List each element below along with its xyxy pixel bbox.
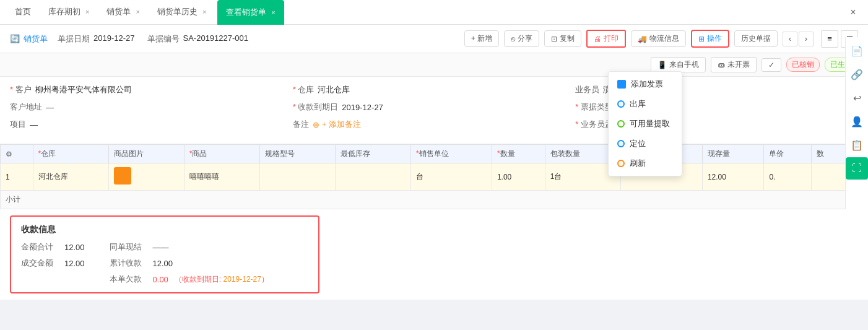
row-stock: 12.00 <box>702 163 764 191</box>
sidebar-return-icon[interactable]: ↩ <box>846 87 868 109</box>
form-row-2: 客户地址 — 收款到期日 2019-12-27 票据类型 不开票 <box>10 102 858 113</box>
tab-close-history[interactable]: × <box>202 8 206 15</box>
locate-icon <box>617 140 625 147</box>
payment-date-value: 2019-12-27 <box>342 103 383 112</box>
sidebar-link-icon[interactable]: 🔗 <box>846 63 868 85</box>
address-value: — <box>46 103 54 112</box>
tab-close-check[interactable]: × <box>271 9 275 16</box>
row-warehouse: 河北仓库 <box>33 163 108 191</box>
status-row: 📱 来自手机 🎟 未开票 ✓ 已核销 已生效 <box>0 53 868 77</box>
menu-add-invoice[interactable]: 添加发票 <box>609 74 682 94</box>
col-settings[interactable]: ⚙ <box>1 145 33 163</box>
outbound-icon <box>617 100 625 108</box>
same-order-value: —— <box>153 243 169 252</box>
list-view-button[interactable]: ≡ <box>821 30 838 48</box>
menu-locate[interactable]: 定位 <box>609 134 682 154</box>
share-button[interactable]: ⎋ 分享 <box>504 30 539 47</box>
sidebar-expand-icon[interactable]: ⛶ <box>846 157 868 180</box>
phone-icon: 📱 <box>658 61 667 69</box>
menu-outbound[interactable]: 出库 <box>609 94 682 114</box>
sidebar-list-icon[interactable]: 📋 <box>846 134 868 156</box>
payment-date-label: 收款到期日 <box>293 102 339 113</box>
sidebar-user-icon[interactable]: 👤 <box>846 110 868 132</box>
tab-close-inventory[interactable]: × <box>85 8 89 15</box>
salesman-label: 业务员孟 <box>575 119 613 130</box>
row-product: 嘻嘻嘻嘻 <box>184 163 259 191</box>
deal-amount-label: 成交金额 <box>21 258 58 269</box>
add-invoice-icon <box>617 80 626 89</box>
tab-bar: 首页 库存期初 × 销货单 × 销货单历史 × 查看销货单 × × <box>0 0 868 25</box>
refresh-icon <box>617 160 625 167</box>
print-button[interactable]: 🖨 打印 <box>588 31 625 46</box>
tab-home[interactable]: 首页 <box>6 0 40 25</box>
deal-amount-row: 成交金额 12.00 <box>21 258 85 269</box>
doc-actions: + 新增 ⎋ 分享 ⊡ 复制 🖨 打印 🚚 物流信息 ⊞ <box>464 30 858 48</box>
row-sales-unit: 台 <box>411 163 492 191</box>
form-section: 客户 柳州粤港平安气体有限公司 仓库 河北仓库 业务员 演示账号 客户地址 — … <box>0 77 868 144</box>
copy-button[interactable]: ⊡ 复制 <box>544 30 581 47</box>
row-more <box>812 163 846 191</box>
tab-sales-history[interactable]: 销货单历史 × <box>149 0 215 25</box>
payment-rows: 金额合计 12.00 成交金额 12.00 同单现结 —— 累计收款 <box>21 241 308 285</box>
tab-close-sales[interactable]: × <box>136 8 139 15</box>
warehouse-value: 河北仓库 <box>318 84 350 95</box>
sidebar-doc-icon[interactable]: 📄 <box>846 40 868 62</box>
window-close-button[interactable]: × <box>844 4 862 21</box>
menu-refresh[interactable]: 刷新 <box>609 154 682 173</box>
row-index: 1 <box>1 163 33 191</box>
project-label: 项目 <box>10 119 26 130</box>
payment-info-box: 收款信息 金额合计 12.00 成交金额 12.00 同单现结 —— <box>10 215 319 293</box>
copy-icon: ⊡ <box>551 35 557 43</box>
address-label: 客户地址 <box>10 102 42 113</box>
table-row: 1 河北仓库 嘻嘻嘻嘻 台 1.00 1台 12.00 0. <box>1 163 846 191</box>
operations-button[interactable]: ⊞ 操作 <box>691 30 729 48</box>
row-spec <box>259 163 335 191</box>
tab-sales-order[interactable]: 销货单 × <box>98 0 148 25</box>
doc-icon: 🔄 <box>10 34 20 43</box>
payment-info-title: 收款信息 <box>21 224 308 235</box>
plus-icon: ⊕ <box>313 120 319 129</box>
ticket-type-label: 票据类型 <box>575 102 613 113</box>
table-container: ⚙ *仓库 商品图片 *商品 规格型号 最低库存 *销售单位 *数量 包装数量 … <box>0 144 846 209</box>
order-owed-row: 本单欠款 0.00 （收款到期日: 2019-12-27） <box>110 274 269 285</box>
truck-icon: 🚚 <box>638 35 647 43</box>
right-sidebar: 📄 🔗 ↩ 👤 📋 ⛶ <box>845 37 868 182</box>
logistics-button[interactable]: 🚚 物流信息 <box>631 30 686 47</box>
data-table: ⚙ *仓库 商品图片 *商品 规格型号 最低库存 *销售单位 *数量 包装数量 … <box>0 144 846 209</box>
row-quantity: 1.00 <box>492 163 545 191</box>
customer-label: 客户 <box>10 84 32 95</box>
history-button[interactable]: 历史单据 <box>734 30 778 47</box>
col-product-img: 商品图片 <box>108 145 184 163</box>
from-phone-button[interactable]: 📱 来自手机 <box>651 57 706 72</box>
available-pickup-icon <box>617 120 625 128</box>
subtotal-label: 小计 <box>1 191 846 209</box>
sold-badge: 已核销 <box>786 58 820 72</box>
customer-field: 客户 柳州粤港平安气体有限公司 <box>10 84 293 95</box>
row-unit-price: 0. <box>764 163 812 191</box>
menu-available-pickup[interactable]: 可用量提取 <box>609 114 682 134</box>
total-received-value: 12.00 <box>153 259 173 268</box>
confirm-button[interactable]: ✓ <box>762 58 781 72</box>
deal-amount-value: 12.00 <box>64 259 85 268</box>
nav-arrows: ‹ › <box>783 32 814 46</box>
date-label: 单据日期 <box>58 33 90 45</box>
doc-meta: 单据日期 2019-12-27 单据编号 SA-20191227-001 <box>58 33 248 45</box>
print-icon: 🖨 <box>594 35 601 43</box>
tab-inventory-init[interactable]: 库存期初 × <box>40 0 98 25</box>
doc-title: 🔄 销货单 <box>10 33 48 45</box>
number-value: SA-20191227-001 <box>183 33 249 45</box>
project-field: 项目 — <box>10 119 293 130</box>
col-more: 数 <box>812 145 846 163</box>
date-value: 2019-12-27 <box>93 33 135 45</box>
payment-col-left: 金额合计 12.00 成交金额 12.00 <box>21 241 85 285</box>
warehouse-label: 仓库 <box>293 84 315 95</box>
not-opened-button[interactable]: 🎟 未开票 <box>711 57 757 72</box>
col-spec: 规格型号 <box>259 145 335 163</box>
tab-check-sales[interactable]: 查看销货单 × <box>217 0 284 25</box>
same-order-row: 同单现结 —— <box>110 241 269 253</box>
col-quantity: *数量 <box>492 145 545 163</box>
add-note-button[interactable]: ⊕ + 添加备注 <box>313 119 361 130</box>
new-button[interactable]: + 新增 <box>464 30 499 47</box>
prev-button[interactable]: ‹ <box>783 32 797 46</box>
next-button[interactable]: › <box>799 32 814 46</box>
